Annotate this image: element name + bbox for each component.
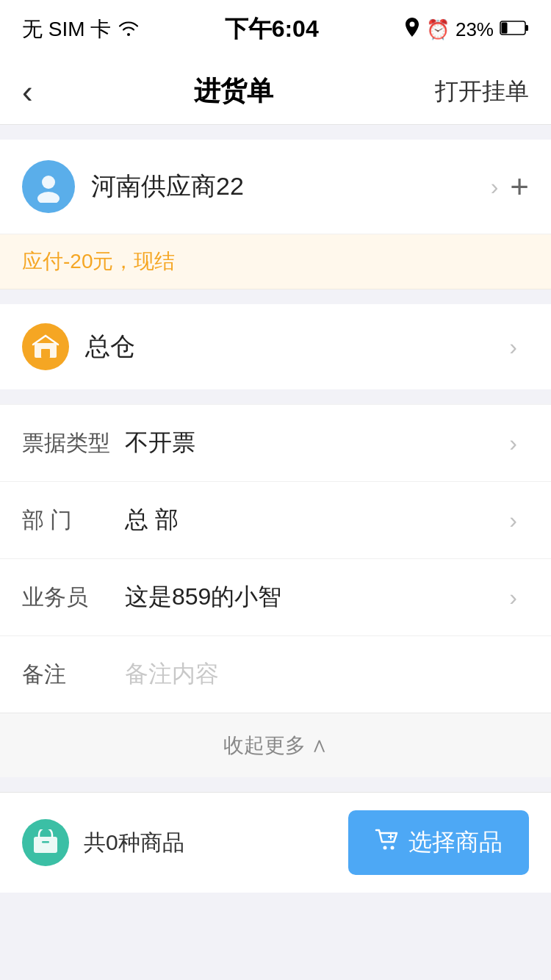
- form-row-dept[interactable]: 部 门 总 部 ›: [0, 481, 551, 558]
- open-pending-button[interactable]: 打开挂单: [435, 76, 529, 108]
- select-btn-label: 选择商品: [408, 826, 503, 859]
- label-invoice: 票据类型: [22, 428, 125, 458]
- label-remark: 备注: [22, 660, 125, 690]
- svg-point-4: [37, 192, 60, 203]
- form-card: 票据类型 不开票 › 部 门 总 部 › 业务员 这是859的小智 › 备注 备…: [0, 404, 551, 777]
- warehouse-card: 总仓 ›: [0, 304, 551, 389]
- wifi-icon: [118, 18, 139, 41]
- nav-bar: ‹ 进货单 打开挂单: [0, 59, 551, 125]
- warehouse-icon: [22, 323, 69, 370]
- form-row-invoice[interactable]: 票据类型 不开票 ›: [0, 404, 551, 481]
- dept-chevron-icon: ›: [509, 507, 517, 534]
- label-dept: 部 门: [22, 505, 125, 536]
- page-title: 进货单: [194, 73, 273, 109]
- mid-divider-1: [0, 289, 551, 304]
- remark-placeholder: 备注内容: [125, 658, 529, 691]
- collapse-row[interactable]: 收起更多 ∧: [0, 713, 551, 777]
- warehouse-name: 总仓: [85, 330, 509, 364]
- supplier-card: 河南供应商22 › + 应付-20元，现结: [0, 140, 551, 289]
- supplier-chevron-icon: ›: [491, 173, 499, 201]
- value-salesman: 这是859的小智: [125, 581, 509, 613]
- svg-rect-6: [41, 349, 50, 358]
- svg-rect-2: [502, 22, 508, 33]
- status-time: 下午6:04: [225, 13, 319, 46]
- svg-rect-8: [42, 841, 49, 843]
- supplier-avatar: [22, 160, 75, 213]
- battery-icon: [500, 18, 529, 41]
- value-dept: 总 部: [125, 504, 509, 536]
- status-bar: 无 SIM 卡 下午6:04 ⏰ 23%: [0, 0, 551, 59]
- invoice-chevron-icon: ›: [509, 430, 517, 457]
- top-divider: [0, 125, 551, 140]
- form-row-salesman[interactable]: 业务员 这是859的小智 ›: [0, 558, 551, 635]
- select-product-button[interactable]: 选择商品: [348, 810, 529, 875]
- product-icon: [22, 819, 69, 866]
- add-supplier-button[interactable]: +: [510, 170, 529, 203]
- bottom-divider: [0, 777, 551, 792]
- warehouse-row[interactable]: 总仓 ›: [0, 304, 551, 389]
- svg-rect-7: [34, 837, 57, 853]
- notice-bar: 应付-20元，现结: [0, 234, 551, 289]
- form-row-remark[interactable]: 备注 备注内容: [0, 635, 551, 713]
- mid-divider-2: [0, 389, 551, 404]
- status-carrier: 无 SIM 卡: [22, 15, 139, 43]
- value-invoice: 不开票: [125, 427, 509, 459]
- battery-text: 23%: [455, 18, 494, 41]
- supplier-row[interactable]: 河南供应商22 › +: [0, 140, 551, 234]
- supplier-name: 河南供应商22: [91, 170, 491, 203]
- location-icon: [404, 18, 420, 42]
- svg-rect-1: [525, 25, 528, 31]
- warehouse-chevron-icon: ›: [509, 334, 517, 361]
- salesman-chevron-icon: ›: [509, 584, 517, 611]
- clock-icon: ⏰: [426, 18, 450, 41]
- product-count: 共0种商品: [84, 828, 334, 858]
- collapse-label: 收起更多 ∧: [223, 734, 328, 757]
- svg-point-3: [42, 176, 55, 189]
- bottom-bar: 共0种商品 选择商品: [0, 792, 551, 893]
- label-salesman: 业务员: [22, 583, 125, 613]
- cart-icon: [375, 829, 400, 857]
- svg-point-9: [383, 846, 387, 850]
- status-indicators: ⏰ 23%: [404, 18, 529, 42]
- back-button[interactable]: ‹: [22, 73, 33, 110]
- svg-point-10: [391, 846, 395, 850]
